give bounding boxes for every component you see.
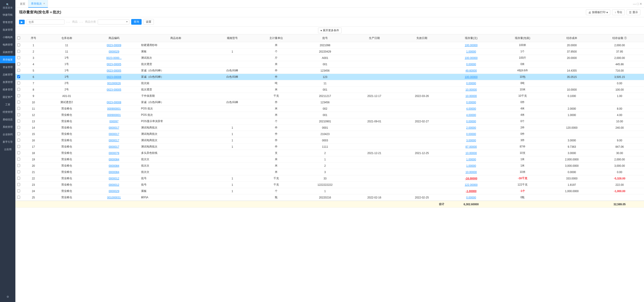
code-link[interactable]: 0000078	[108, 152, 119, 155]
qty-main-link[interactable]: 100.00000	[464, 75, 478, 79]
sidebar-item-accounts[interactable]: 总账管理	[0, 71, 16, 78]
code-link[interactable]: 0000017	[108, 132, 119, 136]
warehouse-input[interactable]	[26, 20, 64, 25]
tab-close-icon[interactable]: ✕	[43, 0, 45, 8]
print-button[interactable]: 🖨 按模板打印 ▾	[586, 10, 610, 15]
row-checkbox[interactable]	[17, 44, 20, 46]
window-maximize-icon[interactable]: □	[637, 2, 638, 6]
qty-main-link[interactable]: 3.00000	[466, 139, 476, 142]
row-checkbox[interactable]	[17, 120, 20, 122]
window-minimize-icon[interactable]: —	[633, 2, 636, 6]
row-checkbox[interactable]	[17, 82, 20, 84]
qty-main-link[interactable]: 2.00000	[466, 126, 476, 129]
qty-main-link[interactable]: 122.00000	[464, 183, 478, 187]
qty-main-link[interactable]: 4.00000	[466, 113, 476, 117]
row-checkbox[interactable]	[17, 101, 20, 103]
qty-main-link[interactable]: 0.00000	[466, 82, 476, 85]
code-link[interactable]: 0023-00008	[107, 75, 121, 79]
row-checkbox[interactable]	[17, 189, 20, 192]
search-button[interactable]: 查询	[131, 19, 142, 25]
sidebar-item-micro[interactable]: 小额电商	[0, 33, 16, 41]
row-checkbox-cell[interactable]	[16, 169, 22, 175]
row-checkbox-cell[interactable]	[16, 150, 22, 156]
qty-main-link[interactable]: 100.00000	[464, 44, 478, 47]
row-checkbox[interactable]	[17, 151, 20, 154]
sidebar-item-ecommerce[interactable]: 电商管理	[0, 41, 16, 48]
row-checkbox[interactable]	[17, 107, 20, 110]
row-checkbox-cell[interactable]	[16, 106, 22, 112]
select-all-checkbox[interactable]	[17, 37, 20, 39]
table-container[interactable]: 序号 仓库名称 商品编码 商品名称 规格型号 主计量单位 批号 生产日期 失效日…	[16, 35, 644, 302]
row-checkbox[interactable]	[17, 69, 20, 72]
code-link[interactable]: 0023-00008	[107, 101, 121, 104]
qty-main-link[interactable]: -1.00000	[466, 190, 476, 193]
row-checkbox-cell[interactable]	[16, 118, 22, 125]
row-checkbox-cell[interactable]	[16, 74, 22, 80]
qty-main-link[interactable]: 10.00000	[466, 171, 477, 174]
row-checkbox[interactable]	[17, 126, 20, 129]
row-checkbox[interactable]	[17, 94, 20, 97]
row-checkbox-cell[interactable]	[16, 55, 22, 61]
sidebar-item-wholesale[interactable]: 批发管理	[0, 26, 16, 33]
qty-main-link[interactable]: 10.00000	[466, 94, 477, 98]
window-close-icon[interactable]: ✕	[640, 2, 642, 6]
sidebar-item-purchase[interactable]: 采购管理	[0, 48, 16, 56]
qty-main-link[interactable]: 1.00000	[466, 158, 476, 161]
qty-main-link[interactable]: 49.60000	[466, 69, 477, 72]
row-checkbox-cell[interactable]	[16, 163, 22, 169]
col-checkbox[interactable]	[16, 35, 22, 42]
row-checkbox[interactable]	[17, 63, 20, 65]
row-checkbox-cell[interactable]	[16, 125, 22, 131]
sidebar-item-inventory[interactable]: 库存核算	[0, 56, 16, 63]
row-checkbox-cell[interactable]	[16, 156, 22, 163]
code-link[interactable]: 0000029	[108, 190, 119, 193]
setting-button[interactable]: 设置	[144, 19, 154, 25]
sidebar-search[interactable]: 🔍 搜索菜单	[0, 2, 16, 11]
code-link[interactable]: 0023-00009	[107, 44, 121, 47]
sidebar-item-payroll[interactable]: 工资	[0, 101, 16, 108]
tab-inventory[interactable]: 库存批次 ✕	[28, 0, 48, 8]
qty-main-link[interactable]: 87.00000	[466, 145, 477, 148]
row-checkbox[interactable]	[17, 113, 20, 116]
sidebar-item-biz[interactable]: 经营管理	[0, 108, 16, 115]
row-checkbox[interactable]	[17, 196, 20, 199]
code-link[interactable]: 0000084	[108, 158, 119, 161]
qty-main-link[interactable]: 0.00000	[466, 196, 476, 199]
sidebar-item-tax[interactable]: 税务管理	[0, 86, 16, 93]
filter-toggle-button[interactable]: ▶	[19, 20, 25, 24]
code-link[interactable]: 000900001	[107, 113, 121, 117]
row-checkbox-cell[interactable]	[16, 175, 22, 182]
sidebar-item-system[interactable]: 系统管理	[0, 123, 16, 130]
row-checkbox-cell[interactable]	[16, 137, 22, 144]
row-checkbox[interactable]	[17, 145, 20, 148]
qty-main-link[interactable]: 10.00000	[466, 152, 477, 155]
qty-main-link[interactable]: 4.00000	[466, 107, 476, 110]
qty-main-link[interactable]: 100.00000	[464, 56, 478, 60]
row-checkbox[interactable]	[17, 56, 20, 59]
qty-main-link[interactable]: 10.00000	[466, 88, 477, 91]
qty-main-link[interactable]: 1.00000	[466, 164, 476, 168]
row-checkbox-cell[interactable]	[16, 49, 22, 55]
sidebar-item-basic[interactable]: 基础信息	[0, 115, 16, 123]
sidebar-item-collab[interactable]: 企业协同	[0, 130, 16, 138]
code-link[interactable]: 001000031	[107, 196, 121, 199]
row-checkbox[interactable]	[17, 75, 20, 78]
sidebar-item-invoice[interactable]: 发票管理	[0, 78, 16, 86]
sidebar-item-fixed[interactable]: 固定资产	[0, 93, 16, 101]
row-checkbox[interactable]	[17, 177, 20, 180]
qty-main-link[interactable]: 0.00000	[466, 101, 476, 104]
sidebar-item-retail[interactable]: 零售管理	[0, 18, 16, 26]
sidebar-item-quick-nav[interactable]: 快捷导航	[0, 11, 16, 18]
code-link[interactable]: 000097	[110, 120, 118, 123]
display-button[interactable]: ☰ 显示	[626, 10, 640, 15]
row-checkbox-cell[interactable]	[16, 93, 22, 99]
category-select[interactable]	[98, 20, 130, 25]
row-checkbox-cell[interactable]	[16, 87, 22, 93]
sidebar-settings-icon[interactable]: ⚙	[5, 293, 11, 300]
row-checkbox-cell[interactable]	[16, 112, 22, 118]
row-checkbox-cell[interactable]	[16, 99, 22, 106]
row-checkbox[interactable]	[17, 88, 20, 91]
row-checkbox[interactable]	[17, 170, 20, 173]
qty-main-link[interactable]: 0.00000	[466, 120, 476, 123]
row-checkbox[interactable]	[17, 164, 20, 167]
